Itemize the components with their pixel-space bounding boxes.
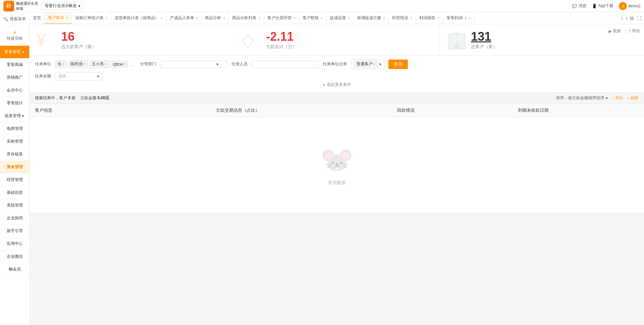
tab-product-analysis-list[interactable]: 商品分析列表 × [229,12,264,24]
chevron-down-dept: ▾ [216,62,218,67]
remove-unit-class[interactable]: × [374,62,376,66]
industry-select[interactable]: 母婴行业演示帐套 ▾ [42,2,83,10]
sidebar-item-enterprise[interactable]: 企业协同 [0,212,29,225]
sidebar-item-member-vip[interactable]: 畅会员 [0,263,29,276]
remove-tag-cjttcw[interactable]: × [124,62,126,66]
filter-section: 往来单位 伍 × 陈民强 × 王小亮 [30,56,644,93]
sidebar-item-retail-shop[interactable]: 零售商城 [0,59,29,71]
chevron-down-sort: ▾ [606,96,608,101]
tab-customer-segment[interactable]: 客户分层经营 × [264,12,299,24]
sidebar-item-member[interactable]: 会员中心 [0,84,29,97]
tab-fullscreen-btn[interactable]: ⛶ [636,15,642,22]
sidebar-item-retail-mgmt[interactable]: 零售管理 ▼ [0,46,29,59]
tab-more-btn[interactable]: ⊟ [629,15,635,22]
sidebar-search-area: 🔍 搜索菜单 [0,12,29,26]
tab-retail-profit[interactable]: 零售利润（ × [443,12,474,24]
sidebar-item-newbie[interactable]: 新手引导 [0,225,29,238]
download-icon: 📱 [592,4,597,8]
tab-purchase-order[interactable]: 采购订单统计表 × [72,12,111,24]
sidebar-item-purchase[interactable]: 采购管理 [0,135,29,148]
close-tab-product-analysis[interactable]: × [223,16,225,20]
quick-nav-btn[interactable]: ⚡ 快捷导航 [0,28,29,44]
sidebar-item-operations[interactable]: 经营管理 [0,174,29,186]
close-tab-inbound-stats[interactable]: × [161,16,163,20]
tab-scroll-left-btn[interactable]: ‹ [621,15,624,22]
remove-tag-wu[interactable]: × [62,62,65,66]
page-content: ¥ 16 总欠款客户（家） ◇ -2.11 欠款合计（万） [30,24,644,325]
empty-state: 🐭 暂无数据 [30,117,644,213]
tab-cost-inbound[interactable]: 产成品入库单 × [167,12,202,24]
collapse-row: ∧ 收起更多条件 [35,80,639,89]
tab-home[interactable]: 首页 [30,12,45,24]
building-icon: 🏢 [446,30,468,50]
close-tab-improve-settings[interactable]: × [348,16,350,20]
unit-class-label: 往来单位分类 [323,61,347,67]
sidebar-item-inventory[interactable]: 库存核算 [0,148,29,161]
person-select[interactable]: ··· [252,61,319,68]
close-tab-new-improve[interactable]: × [383,16,385,20]
th-debt-info: 欠款交易信息（占比） [216,107,397,113]
help-btn[interactable]: ? 帮助 [629,28,640,34]
app-logo: 好 畅捷通好生意 标版 [3,1,38,11]
close-tab-product-analysis-list[interactable]: × [258,16,260,20]
tab-controls: ‹ › ⊟ ⛶ [619,15,644,22]
tab-customer-contact[interactable]: 客户联络 × [299,12,327,24]
arrow-icon-wholesale: ▼ [22,114,25,118]
sidebar-item-retail-stats[interactable]: 零售统计 [0,97,29,110]
tab-new-improve[interactable]: 新增提成方案 × [354,12,389,24]
query-button[interactable]: 查询 [388,60,408,69]
tab-scroll-right-btn[interactable]: › [625,15,628,22]
sidebar-item-base-info[interactable]: 基础信息 [0,186,29,199]
summary-card-1-content: 16 总欠款客户（家） [61,30,96,50]
summary-card-3-content: 131 总客户（家） [471,30,497,50]
sidebar-item-app-center[interactable]: 应用中心 [0,238,29,250]
tab-operations-status[interactable]: 经营情况 × [389,12,416,24]
tab-improve-settings[interactable]: 提成设置 × [327,12,354,24]
app-download-btn[interactable]: 📱 App下载 [592,3,613,9]
video-btn[interactable]: ▶ 视频 [609,28,621,34]
empty-text: 暂无数据 [328,180,346,186]
dept-select[interactable]: ▾ ··· [160,61,227,68]
sidebar-item-system[interactable]: 系统管理 [0,199,29,212]
close-tab-customer-account[interactable]: × [66,16,68,20]
user-avatar-btn[interactable]: d demo2 [619,2,641,10]
sidebar-item-ecommerce[interactable]: 电商管理 [0,122,29,135]
tab-product-analysis[interactable]: 商品分析 × [202,12,229,24]
export-btn[interactable]: ○ 导出 [612,95,623,101]
clear-dept[interactable]: ··· [221,62,224,67]
close-tab-cost-inbound[interactable]: × [196,16,198,20]
close-tab-purchase-order[interactable]: × [105,16,108,20]
close-tab-customer-contact[interactable]: × [321,16,323,20]
more-person[interactable]: ··· [312,62,316,67]
close-tab-operations-status[interactable]: × [410,16,412,20]
sidebar-item-marketing[interactable]: 营销推广 [0,71,29,84]
refresh-btn[interactable]: ○ 刷新 [627,95,639,101]
close-tab-customer-segment[interactable]: × [294,16,296,20]
close-tab-retail-profit[interactable]: × [469,16,471,20]
summary-card-2-content: -2.11 欠款合计（万） [266,30,297,50]
th-customer-info: 客户信息 [35,107,216,113]
remove-tag-chen[interactable]: × [84,62,86,66]
total-customers-value: 131 [471,30,497,44]
sort-select[interactable]: 排序：按欠款金额倒序排序 ▾ [556,95,608,101]
debt-total-value: -2.11 [266,30,297,44]
tab-profit-report[interactable]: 利润报告 × [416,12,443,24]
unit-class-select[interactable]: 普通客户 × ▾ [351,59,384,69]
sidebar-item-enterprise-wechat[interactable]: 企业微信 [0,250,29,263]
filter-more-tags[interactable]: ... [129,62,136,67]
video-help-area: ▶ 视频 | ? 帮助 [609,28,640,34]
search-icon: 🔍 [3,17,8,22]
tab-customer-account[interactable]: 客户账本 × [45,12,72,24]
remove-tag-wang[interactable]: × [105,62,107,66]
balance-select[interactable]: 选择... ▾ [55,72,102,80]
sidebar-item-wholesale[interactable]: 批发管理 ▼ [0,110,29,122]
unit-filter-label: 往来单位 [35,61,51,67]
sidebar-item-capital[interactable]: 资金管理 [0,161,29,174]
tab-inbound-stats[interactable]: 进货单统计表（按商品） × [111,12,167,24]
total-customers-label: 总客户（家） [471,44,497,50]
collapse-btn[interactable]: ∧ 收起更多条件 [323,82,351,87]
filter-tag-wang: 王小亮 × [89,60,109,68]
search-menu-btn[interactable]: 🔍 搜索菜单 [2,15,27,23]
message-btn[interactable]: 💬 消息 [572,3,587,9]
close-tab-profit-report[interactable]: × [437,16,439,20]
